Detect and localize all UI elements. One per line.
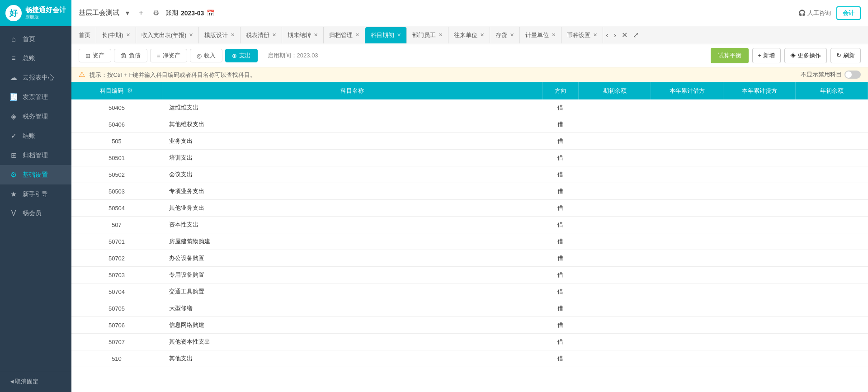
cell-debit [651, 350, 723, 367]
sidebar-item-ledger[interactable]: ≡ 总账 [0, 49, 71, 68]
tab-period-transfer[interactable]: 期末结转 ✕ [282, 27, 324, 43]
sidebar-item-invoice[interactable]: 🧾 发票管理 [0, 87, 71, 107]
tab-home[interactable]: 首页 [73, 27, 96, 43]
table-row[interactable]: 505 业务支出 借 [71, 133, 868, 150]
sidebar-item-guide[interactable]: ★ 新手引导 [0, 184, 71, 204]
cell-code: 50501 [71, 150, 162, 166]
tab-income-year[interactable]: 收入支出表(年报) ✕ [136, 27, 199, 43]
cell-balance [579, 133, 651, 150]
company-name: 基层工会测试 [79, 9, 119, 17]
table-row[interactable]: 50703 专用设备购置 借 [71, 267, 868, 283]
table-row[interactable]: 50706 信息网络购建 借 [71, 317, 868, 334]
close-icon[interactable]: ✕ [510, 32, 514, 38]
more-button[interactable]: ◈ 更多操作 [784, 48, 827, 63]
cell-code: 505 [71, 133, 162, 150]
cell-name: 培训支出 [162, 150, 542, 166]
table-row[interactable]: 50705 大型修缮 借 [71, 300, 868, 317]
sidebar-pin-toggle[interactable]: ◄取消固定 [0, 371, 71, 392]
cell-code: 510 [71, 350, 162, 367]
cell-name: 专用设备购置 [162, 267, 542, 283]
sub-tab-liability[interactable]: 负 负债 [114, 49, 147, 62]
sidebar-item-home[interactable]: ⌂ 首页 [0, 30, 71, 49]
table-row[interactable]: 50502 会议支出 借 [71, 166, 868, 183]
table-row[interactable]: 50701 房屋建筑物购建 借 [71, 233, 868, 250]
tab-counterparty[interactable]: 往来单位 ✕ [448, 27, 490, 43]
close-icon[interactable]: ✕ [126, 32, 130, 38]
add-button[interactable]: + 新增 [752, 48, 781, 63]
column-settings-icon[interactable]: ⚙ [127, 87, 133, 94]
hint-text-row: ⚠ 提示：按Ctrl + F键并输入科目编码或者科目名称可以查找科目。 [79, 70, 256, 79]
tab-template-design[interactable]: 模版设计 ✕ [199, 27, 241, 43]
sidebar-item-tax[interactable]: ◈ 税务管理 [0, 107, 71, 126]
sidebar-item-label: 结账 [23, 132, 35, 140]
close-icon[interactable]: ✕ [189, 32, 193, 38]
cell-direction: 借 [542, 133, 579, 150]
table-row[interactable]: 50501 培训支出 借 [71, 150, 868, 166]
tab-archive[interactable]: 归档管理 ✕ [324, 27, 365, 43]
table-row[interactable]: 50702 办公设备购置 借 [71, 250, 868, 267]
close-icon[interactable]: ✕ [439, 32, 443, 38]
table-row[interactable]: 50503 专项业务支出 借 [71, 183, 868, 200]
help-button[interactable]: 🎧 人工咨询 [798, 9, 831, 17]
tab-mid-period[interactable]: 长(中期) ✕ [96, 27, 136, 43]
cell-credit [723, 334, 796, 350]
cell-year-balance [796, 283, 868, 300]
tab-label: 长(中期) [102, 31, 123, 39]
sub-tab-net-assets[interactable]: ≡ 净资产 [150, 49, 187, 62]
account-button[interactable]: 会计 [836, 6, 861, 20]
cell-direction: 借 [542, 283, 579, 300]
table-row[interactable]: 50704 交通工具购置 借 [71, 283, 868, 300]
tab-inventory[interactable]: 存货 ✕ [490, 27, 520, 43]
table-row[interactable]: 50707 其他资本性支出 借 [71, 334, 868, 350]
sub-tab-asset[interactable]: ⊞ 资产 [79, 49, 111, 62]
cell-code: 50502 [71, 166, 162, 183]
close-icon[interactable]: ✕ [355, 32, 359, 38]
balance-button[interactable]: 试算平衡 [711, 48, 749, 63]
cell-debit [651, 166, 723, 183]
content-area: ⊞ 资产 负 负债 ≡ 净资产 ◎ 收入 ⊕ 支出 [71, 44, 868, 392]
close-icon[interactable]: ✕ [314, 32, 318, 38]
headset-icon: 🎧 [798, 9, 806, 16]
table-row[interactable]: 510 其他支出 借 [71, 350, 868, 367]
tab-next-icon[interactable]: › [611, 31, 619, 39]
dropdown-arrow-icon[interactable]: ▾ [124, 7, 131, 19]
close-icon[interactable]: ✕ [480, 32, 484, 38]
tab-tax-list[interactable]: 税表清册 ✕ [241, 27, 282, 43]
cell-code: 50406 [71, 116, 162, 133]
sidebar-item-basic-settings[interactable]: ⚙ 基础设置 [0, 165, 71, 184]
close-icon[interactable]: ✕ [552, 32, 556, 38]
add-tab-icon[interactable]: ＋ [136, 6, 146, 19]
app-name: 畅捷通好会计 [25, 6, 66, 14]
sub-tab-expenditure[interactable]: ⊕ 支出 [225, 49, 258, 62]
cell-year-balance [796, 150, 868, 166]
sidebar-item-member[interactable]: V 畅会员 [0, 204, 71, 223]
close-icon[interactable]: ✕ [231, 32, 235, 38]
close-icon[interactable]: ✕ [397, 32, 401, 38]
tab-subject-init[interactable]: 科目期初 ✕ [365, 27, 407, 43]
table-row[interactable]: 507 资本性支出 借 [71, 217, 868, 233]
table-row[interactable]: 50405 运维维支出 借 [71, 99, 868, 116]
tab-prev-icon[interactable]: ‹ [603, 31, 611, 39]
calendar-icon[interactable]: 📅 [207, 9, 214, 17]
sub-tab-income[interactable]: ◎ 收入 [190, 49, 222, 62]
sidebar-item-archive[interactable]: ⊞ 归档管理 [0, 146, 71, 165]
tab-unit[interactable]: 计量单位 ✕ [520, 27, 561, 43]
tab-bar: 首页 长(中期) ✕ 收入支出表(年报) ✕ 模版设计 ✕ 税表清册 ✕ 期末结… [71, 26, 868, 44]
tab-currency[interactable]: 币种设置 ✕ [561, 27, 603, 43]
table-row[interactable]: 50406 其他维权支出 借 [71, 116, 868, 133]
close-icon[interactable]: ✕ [593, 32, 597, 38]
close-icon[interactable]: ✕ [272, 32, 276, 38]
tab-close-all-icon[interactable]: ✕ [619, 31, 630, 39]
cell-debit [651, 334, 723, 350]
refresh-button[interactable]: ↻ 刷新 [830, 48, 861, 63]
tab-expand-icon[interactable]: ⤢ [630, 31, 642, 39]
disable-toggle[interactable] [844, 71, 861, 79]
tab-label: 币种设置 [567, 31, 590, 39]
table-row[interactable]: 50504 其他业务支出 借 [71, 200, 868, 217]
settings-gear-icon[interactable]: ⚙ [151, 7, 161, 19]
sidebar-item-cloud-reports[interactable]: ☁ 云报表中心 [0, 68, 71, 87]
sidebar-item-close-account[interactable]: ✓ 结账 [0, 126, 71, 146]
cell-direction: 借 [542, 183, 579, 200]
tab-dept-staff[interactable]: 部门员工 ✕ [407, 27, 448, 43]
cell-direction: 借 [542, 99, 579, 116]
